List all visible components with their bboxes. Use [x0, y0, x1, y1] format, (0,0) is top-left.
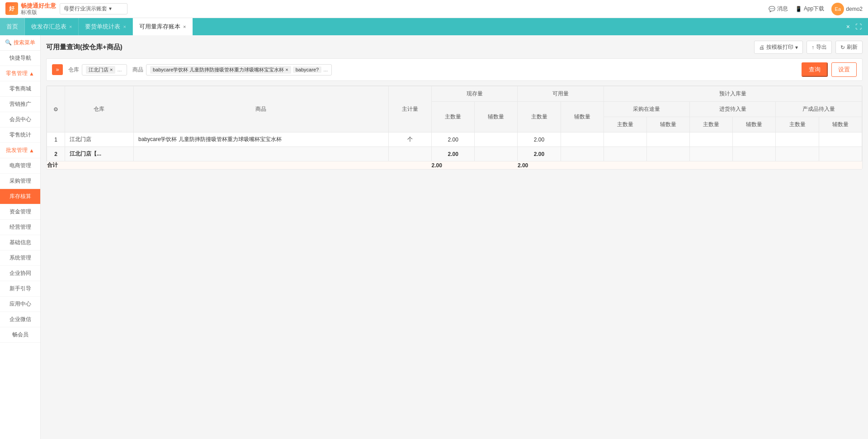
sidebar-quick-nav-label: 快捷导航: [9, 55, 31, 61]
sidebar-purchase-label: 采购管理: [9, 178, 31, 184]
sidebar-inventory-label: 库存核算: [9, 193, 31, 199]
goods-tag-1-close[interactable]: ×: [285, 67, 288, 72]
close-all-tabs-button[interactable]: ×: [844, 21, 853, 32]
sidebar-item-new-guide[interactable]: 新手引导: [0, 281, 40, 297]
goods-tag-1-value: babycare学饮杯 儿童防摔防撞吸管杯重力球吸嘴杯宝宝水杯: [153, 66, 284, 73]
th-incoming: 进货待入量: [690, 102, 776, 117]
tab-available-stock[interactable]: 可用量库存账本 ×: [133, 18, 193, 35]
tab-home[interactable]: 首页: [0, 18, 25, 35]
td-stock-main-2: 2.00: [432, 147, 475, 161]
td-purchase-main: [604, 132, 646, 147]
sidebar-item-purchase[interactable]: 采购管理: [0, 174, 40, 189]
table-row: 1 江北门店 babycare学饮杯 儿童防摔防撞吸管杯重力球吸嘴杯宝宝水杯 个…: [47, 132, 862, 147]
sidebar-item-enterprise-collab[interactable]: 企业协同: [0, 266, 40, 281]
logo-sub-text: 标准版: [21, 9, 56, 15]
sidebar-item-retail-stats[interactable]: 零售统计: [0, 127, 40, 143]
industry-select[interactable]: 母婴行业演示账套 ▾: [60, 3, 127, 14]
tab-home-label: 首页: [6, 23, 18, 31]
sidebar-item-inventory[interactable]: 库存核算: [0, 189, 40, 204]
goods-filter-input[interactable]: babycare学饮杯 儿童防摔防撞吸管杯重力球吸嘴杯宝宝水杯 × babyca…: [146, 64, 332, 76]
query-button[interactable]: 查询: [802, 62, 828, 77]
nav-tabs: 首页 收发存汇总表 × 要货单统计表 × 可用量库存账本 × × ⛶: [0, 18, 868, 35]
warehouse-filter-input[interactable]: 江北门店 × ...: [82, 64, 127, 76]
td-index-2: 2: [47, 147, 65, 161]
td-incoming-main-2: [690, 147, 733, 161]
footer-production-aux: [819, 161, 862, 170]
td-avail-main-2: 2.00: [518, 147, 561, 161]
print-button[interactable]: 🖨 按模板打印 ▾: [754, 41, 803, 54]
th-settings: ⚙: [47, 86, 65, 132]
message-icon: 💬: [769, 6, 775, 12]
export-label: 导出: [816, 43, 827, 51]
logo-text: 畅捷通好生意 标准版: [21, 2, 56, 16]
sidebar-retail-mall-label: 零售商城: [9, 85, 31, 92]
sidebar-enterprise-label: 企业协同: [9, 270, 31, 276]
tab-close-icon[interactable]: ×: [69, 24, 72, 29]
settings-button[interactable]: 设置: [831, 62, 857, 77]
table-container: ⚙ 仓库 商品 主计量 现存量 可用量 预计入库量 主数量 辅数量 主数量: [46, 85, 863, 170]
nav-tab-actions: × ⛶: [840, 18, 868, 35]
sidebar-search[interactable]: 🔍 搜索菜单: [0, 35, 40, 51]
sidebar-item-retail-mgmt[interactable]: 零售管理 ▲: [0, 66, 40, 81]
td-production-aux: [819, 132, 862, 147]
sidebar-item-finance[interactable]: 资金管理: [0, 204, 40, 220]
chevron-down-icon: ▾: [109, 5, 112, 12]
message-label: 消息: [777, 5, 788, 13]
sidebar-item-wholesale-mgmt[interactable]: 批发管理 ▲: [0, 143, 40, 158]
td-avail-aux-2: [561, 147, 604, 161]
td-goods-2: [133, 147, 388, 161]
tab-close-icon[interactable]: ×: [183, 24, 186, 29]
filter-actions: 查询 设置: [802, 62, 857, 77]
tab-order-label: 要货单统计表: [85, 23, 120, 31]
th-available: 可用量: [518, 86, 604, 102]
sidebar-item-member[interactable]: 畅会员: [0, 327, 40, 343]
tab-purchase-summary[interactable]: 收发存汇总表 ×: [25, 18, 79, 35]
td-warehouse-2: 江北门店【...: [65, 147, 134, 161]
tab-close-icon[interactable]: ×: [123, 24, 126, 29]
sidebar-item-member-center[interactable]: 会员中心: [0, 112, 40, 127]
sidebar-item-marketing[interactable]: 营销推广: [0, 97, 40, 112]
sidebar-basic-info-label: 基础信息: [9, 239, 31, 245]
sidebar-item-retail-mall[interactable]: 零售商城: [0, 81, 40, 97]
sidebar-ecommerce-label: 电商管理: [9, 162, 31, 169]
td-production-aux-2: [819, 147, 862, 161]
tab-order-stats[interactable]: 要货单统计表 ×: [79, 18, 132, 35]
logo-area: 好 畅捷通好生意 标准版: [5, 2, 56, 16]
sidebar-search-label: 搜索菜单: [14, 39, 35, 46]
td-purchase-main-2: [604, 147, 646, 161]
sidebar-item-enterprise-wechat[interactable]: 企业微信: [0, 312, 40, 327]
filter-expand-button[interactable]: »: [52, 64, 63, 75]
td-production-main-2: [776, 147, 819, 161]
user-profile[interactable]: Ea demo2: [831, 3, 863, 15]
sidebar-item-operations[interactable]: 经营管理: [0, 220, 40, 235]
refresh-icon: ↻: [840, 44, 845, 51]
td-incoming-aux-2: [733, 147, 776, 161]
footer-production-main: [776, 161, 819, 170]
th-warehouse: 仓库: [65, 86, 134, 132]
sidebar-item-quick-nav[interactable]: 快捷导航: [0, 51, 40, 66]
sidebar-item-ecommerce[interactable]: 电商管理: [0, 158, 40, 174]
warehouse-tag-close[interactable]: ×: [110, 67, 113, 72]
app-download-button[interactable]: 📱 App下载: [795, 5, 824, 13]
th-goods: 商品: [133, 86, 388, 132]
export-button[interactable]: ↑ 导出: [807, 41, 832, 54]
th-forecast: 预计入库量: [604, 86, 862, 102]
refresh-button[interactable]: ↻ 刷新: [835, 41, 863, 54]
sidebar-item-basic-info[interactable]: 基础信息: [0, 235, 40, 250]
warehouse-filter-label: 仓库: [68, 66, 79, 74]
message-button[interactable]: 💬 消息: [769, 5, 788, 13]
logo-icon: 好: [5, 2, 18, 15]
footer-incoming-main: [690, 161, 733, 170]
fullscreen-button[interactable]: ⛶: [853, 21, 864, 32]
page-actions: 🖨 按模板打印 ▾ ↑ 导出 ↻ 刷新: [754, 41, 863, 54]
sidebar-item-app-center[interactable]: 应用中心: [0, 297, 40, 312]
th-purchase-main: 主数量: [604, 117, 646, 132]
sidebar-item-system[interactable]: 系统管理: [0, 250, 40, 266]
th-purchase-aux: 辅数量: [646, 117, 689, 132]
td-unit-2: [388, 147, 431, 161]
footer-avail-aux: [561, 161, 604, 170]
sidebar-member-label: 会员中心: [9, 116, 31, 123]
th-avail-aux: 辅数量: [561, 102, 604, 132]
sidebar-marketing-label: 营销推广: [9, 101, 31, 107]
sidebar-wholesale-label: 批发管理: [6, 146, 28, 154]
